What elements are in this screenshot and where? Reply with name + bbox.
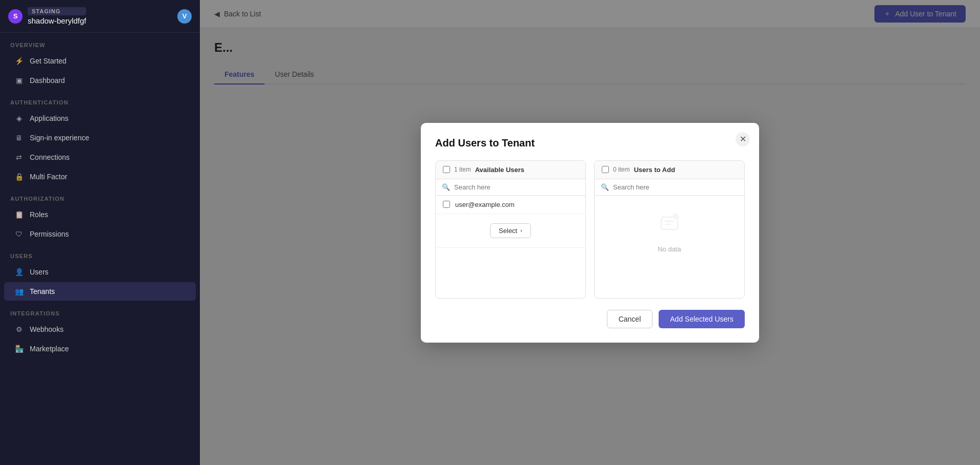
sidebar-item-label: Marketplace (30, 345, 69, 353)
sidebar-item-dashboard[interactable]: ▣ Dashboard (4, 71, 196, 90)
marketplace-icon: 🏪 (14, 344, 24, 353)
sidebar-item-permissions[interactable]: 🛡 Permissions (4, 225, 196, 243)
users-to-add-search-input[interactable] (613, 183, 738, 191)
org-name[interactable]: shadow-beryldfgf (28, 16, 86, 25)
user-checkbox[interactable] (443, 201, 450, 208)
roles-icon: 📋 (14, 210, 24, 219)
sidebar-item-get-started[interactable]: ⚡ Get Started (4, 52, 196, 70)
select-all-available-checkbox[interactable] (443, 166, 450, 173)
select-area: Select › (436, 214, 585, 248)
modal-footer: Cancel Add Selected Users (435, 310, 745, 328)
applications-icon: ◈ (14, 114, 24, 123)
sidebar-header: S STAGING shadow-beryldfgf V (0, 0, 200, 33)
search-icon-left: 🔍 (442, 183, 450, 191)
modal-overlay: Add Users to Tenant ✕ 1 item Available U… (200, 0, 980, 465)
sidebar-item-users[interactable]: 👤 Users (4, 263, 196, 281)
users-to-add-col: 0 item Users to Add 🔍 (594, 160, 745, 299)
section-label-integrations: INTEGRATIONS (0, 301, 200, 320)
multi-factor-icon: 🔒 (14, 172, 24, 181)
cancel-button[interactable]: Cancel (607, 310, 653, 328)
no-data-icon (657, 210, 682, 239)
modal-close-button[interactable]: ✕ (736, 132, 750, 146)
available-users-search-input[interactable] (454, 183, 579, 191)
available-users-col: 1 item Available Users 🔍 user@example.co… (435, 160, 586, 299)
webhooks-icon: ⚙ (14, 325, 24, 334)
users-to-add-search-box: 🔍 (595, 179, 744, 196)
sidebar-item-label: Roles (30, 210, 48, 219)
sidebar-item-label: Sign-in experience (30, 134, 89, 142)
select-button-label: Select (499, 227, 517, 235)
sidebar-item-applications[interactable]: ◈ Applications (4, 109, 196, 128)
user-email: user@example.com (455, 201, 515, 208)
sidebar-item-label: Get Started (30, 57, 67, 65)
sidebar-item-tenants[interactable]: 👥 Tenants (4, 282, 196, 301)
select-button[interactable]: Select › (490, 223, 531, 238)
available-users-label: Available Users (475, 166, 524, 174)
sidebar-item-label: Multi Factor (30, 173, 67, 181)
modal: Add Users to Tenant ✕ 1 item Available U… (421, 123, 759, 343)
no-data-text: No data (658, 245, 681, 253)
users-to-add-header: 0 item Users to Add (595, 161, 744, 179)
modal-title: Add Users to Tenant (435, 137, 745, 149)
sidebar: S STAGING shadow-beryldfgf V OVERVIEW ⚡ … (0, 0, 200, 465)
sidebar-item-label: Users (30, 268, 49, 276)
sidebar-item-label: Permissions (30, 230, 69, 238)
permissions-icon: 🛡 (14, 229, 24, 239)
users-to-add-list: No data (595, 196, 744, 298)
available-users-search-box: 🔍 (436, 179, 585, 196)
users-to-add-label: Users to Add (634, 166, 675, 174)
users-to-add-count: 0 item (613, 166, 630, 173)
available-users-header: 1 item Available Users (436, 161, 585, 179)
dashboard-icon: ▣ (14, 76, 24, 85)
section-label-overview: OVERVIEW (0, 33, 200, 51)
close-icon: ✕ (740, 134, 746, 144)
get-started-icon: ⚡ (14, 56, 24, 66)
search-icon-right: 🔍 (601, 183, 609, 191)
svg-point-1 (672, 213, 679, 219)
section-label-users: USERS (0, 244, 200, 262)
sidebar-item-label: Connections (30, 153, 70, 161)
select-all-to-add-checkbox[interactable] (602, 166, 609, 173)
staging-badge: STAGING (28, 7, 86, 15)
sidebar-item-label: Webhooks (30, 325, 64, 333)
sign-in-icon: 🖥 (14, 133, 24, 142)
main-content: ◀ Back to List ＋ Add User to Tenant E...… (200, 0, 980, 465)
sidebar-item-label: Dashboard (30, 76, 65, 84)
user-avatar[interactable]: V (177, 9, 192, 24)
section-label-authentication: AUTHENTICATION (0, 90, 200, 109)
org-avatar: S (8, 9, 23, 24)
chevron-right-icon: › (520, 227, 522, 234)
available-users-count: 1 item (454, 166, 471, 173)
tenants-icon: 👥 (14, 287, 24, 296)
sidebar-item-webhooks[interactable]: ⚙ Webhooks (4, 320, 196, 339)
sidebar-item-marketplace[interactable]: 🏪 Marketplace (4, 340, 196, 358)
sidebar-item-connections[interactable]: ⇄ Connections (4, 148, 196, 166)
user-row: user@example.com (436, 196, 585, 214)
sidebar-item-sign-in-experience[interactable]: 🖥 Sign-in experience (4, 129, 196, 147)
add-selected-users-button[interactable]: Add Selected Users (659, 310, 745, 328)
sidebar-item-label: Tenants (30, 287, 55, 295)
sidebar-item-multi-factor[interactable]: 🔒 Multi Factor (4, 167, 196, 186)
connections-icon: ⇄ (14, 153, 24, 162)
available-users-list: user@example.com Select › (436, 196, 585, 298)
users-icon: 👤 (14, 267, 24, 277)
no-data-area: No data (595, 196, 744, 267)
modal-columns: 1 item Available Users 🔍 user@example.co… (435, 160, 745, 299)
sidebar-item-roles[interactable]: 📋 Roles (4, 205, 196, 224)
section-label-authorization: AUTHORIZATION (0, 186, 200, 205)
sidebar-item-label: Applications (30, 114, 69, 122)
